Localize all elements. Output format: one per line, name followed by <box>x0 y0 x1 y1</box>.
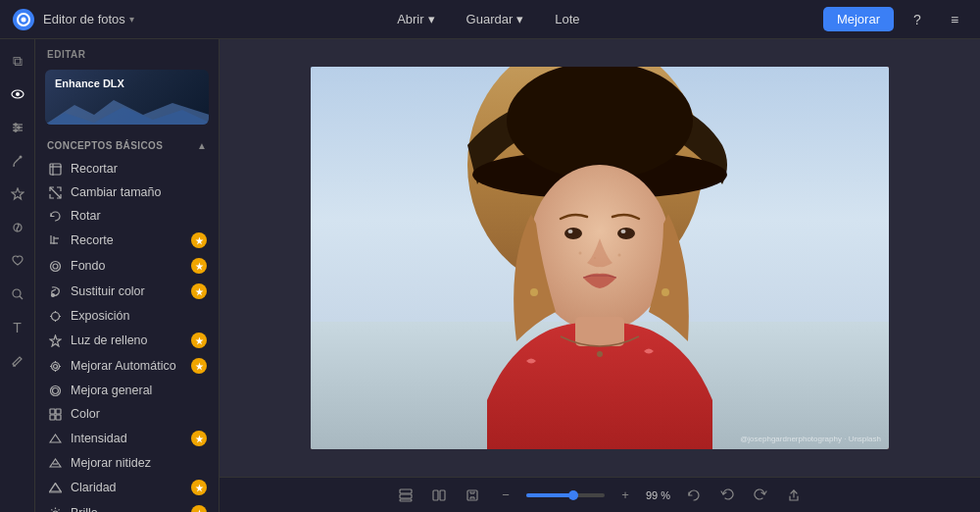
basic-concepts-header: CONCEPTOS BÁSICOS ▲ <box>35 134 219 157</box>
svg-marker-44 <box>195 362 203 370</box>
intensidad-label: Intensidad <box>71 432 183 445</box>
open-button[interactable]: Abrir ▾ <box>389 8 442 30</box>
help-button[interactable]: ? <box>904 6 931 33</box>
section-toggle-btn[interactable]: ▲ <box>197 140 207 151</box>
heart-icon-btn[interactable] <box>4 247 31 275</box>
svg-point-8 <box>14 124 16 126</box>
svg-point-14 <box>13 289 21 297</box>
edit-icon-btn[interactable] <box>4 347 31 375</box>
layers-icon-btn[interactable]: ⧉ <box>4 47 31 75</box>
svg-point-10 <box>14 129 16 131</box>
batch-button[interactable]: Lote <box>547 8 587 30</box>
redo-btn[interactable] <box>748 483 773 508</box>
svg-line-65 <box>58 509 59 510</box>
sidebar-item-mejorar-automatico[interactable]: Mejorar Automático <box>35 353 219 379</box>
intensidad-icon <box>47 433 63 445</box>
svg-point-9 <box>17 127 19 128</box>
sidebar-item-recorte[interactable]: Recorte <box>35 228 219 253</box>
svg-point-29 <box>51 293 54 296</box>
sidebar: EDITAR Enhance DLX CONCEPTOS BÁSICOS ▲ R… <box>35 39 220 512</box>
sidebar-item-claridad[interactable]: Claridad <box>35 475 219 500</box>
bottom-bar: − + 99 % <box>220 477 980 512</box>
cambiar-tamaño-icon <box>47 186 63 199</box>
text-icon-btn[interactable]: T <box>4 314 31 341</box>
exposicion-icon <box>47 310 63 323</box>
sidebar-items-list: RecortarCambiar tamañoRotarRecorteFondoS… <box>35 157 219 512</box>
undo-btn[interactable] <box>714 483 740 508</box>
svg-point-82 <box>530 288 538 296</box>
svg-point-83 <box>662 288 669 296</box>
sidebar-item-fondo[interactable]: Fondo <box>35 253 219 279</box>
star-icon-btn[interactable] <box>4 180 31 208</box>
sidebar-item-brillo[interactable]: Brillo <box>35 500 219 512</box>
topbar-right: Mejorar ? ≡ <box>823 6 968 33</box>
svg-point-79 <box>621 230 626 233</box>
effects-icon-btn[interactable] <box>4 214 31 241</box>
recortar-icon <box>47 163 63 176</box>
sidebar-item-cambiar-tamaño[interactable]: Cambiar tamaño <box>35 180 219 204</box>
main-area: ⧉ <box>0 39 980 512</box>
svg-rect-49 <box>50 415 55 420</box>
zoom-slider-fill <box>526 493 573 497</box>
zoom-slider[interactable] <box>526 493 605 497</box>
svg-point-81 <box>597 351 603 357</box>
fondo-icon <box>47 260 63 273</box>
enhance-card[interactable]: Enhance DLX <box>45 70 209 125</box>
sidebar-item-intensidad[interactable]: Intensidad <box>35 426 219 451</box>
exposicion-label: Exposición <box>71 309 207 323</box>
search-icon-btn[interactable] <box>4 281 31 308</box>
svg-point-26 <box>50 261 60 271</box>
claridad-label: Claridad <box>71 481 183 494</box>
app-chevron[interactable]: ▾ <box>129 14 134 25</box>
save-button[interactable]: Guardar ▾ <box>459 8 532 30</box>
sidebar-item-rotar[interactable]: Rotar <box>35 204 219 228</box>
sidebar-item-mejorar-nitidez[interactable]: Mejorar nitidez <box>35 451 219 475</box>
sidebar-item-color[interactable]: Color <box>35 402 219 426</box>
photo-watermark: @josephgardnerphotography · Unsplash <box>740 435 881 443</box>
layers-view-btn[interactable] <box>393 483 418 508</box>
recorte-icon <box>47 234 63 247</box>
sustituir-color-icon <box>47 285 63 298</box>
recorte-star-badge <box>191 232 207 248</box>
before-after-btn[interactable] <box>426 483 452 508</box>
rotate-btn[interactable] <box>681 483 707 508</box>
svg-point-4 <box>16 92 20 96</box>
basic-concepts-label: CONCEPTOS BÁSICOS <box>47 140 163 151</box>
zoom-plus-btn[interactable]: + <box>612 483 638 508</box>
sidebar-item-mejora-general[interactable]: Mejora general <box>35 379 219 402</box>
svg-point-38 <box>51 362 59 370</box>
svg-point-39 <box>53 364 57 368</box>
fullscreen-btn[interactable] <box>460 483 485 508</box>
brillo-label: Brillo <box>71 506 183 512</box>
svg-point-84 <box>579 252 582 255</box>
svg-rect-87 <box>400 489 412 493</box>
sidebar-item-exposicion[interactable]: Exposición <box>35 304 219 328</box>
claridad-star-badge <box>191 480 207 495</box>
share-btn[interactable] <box>781 483 807 508</box>
brush-icon-btn[interactable] <box>4 147 31 175</box>
svg-point-85 <box>618 254 621 257</box>
mejorar-automatico-label: Mejorar Automático <box>71 359 183 373</box>
svg-rect-48 <box>56 409 61 414</box>
brillo-star-badge <box>191 505 207 512</box>
sidebar-item-sustituir-color[interactable]: Sustituir color <box>35 279 219 304</box>
luz-de-relleno-label: Luz de relleno <box>71 333 183 347</box>
sidebar-item-recortar[interactable]: Recortar <box>35 157 219 180</box>
svg-rect-80 <box>575 317 624 346</box>
zoom-minus-btn[interactable]: − <box>493 483 518 508</box>
eye-icon-btn[interactable] <box>4 80 31 108</box>
svg-point-77 <box>617 228 635 239</box>
luz-de-relleno-star-badge <box>191 333 207 348</box>
mejora-general-icon <box>47 384 63 397</box>
svg-rect-50 <box>56 415 61 420</box>
sidebar-item-luz-de-relleno[interactable]: Luz de relleno <box>35 328 219 353</box>
svg-marker-55 <box>50 484 61 491</box>
sliders-icon-btn[interactable] <box>4 114 31 141</box>
svg-rect-89 <box>400 499 412 501</box>
menu-button[interactable]: ≡ <box>941 6 968 33</box>
luz-de-relleno-icon <box>47 334 63 347</box>
zoom-slider-thumb <box>568 490 578 500</box>
color-icon <box>47 408 63 421</box>
svg-point-2 <box>22 17 26 22</box>
improve-button[interactable]: Mejorar <box>823 7 894 31</box>
